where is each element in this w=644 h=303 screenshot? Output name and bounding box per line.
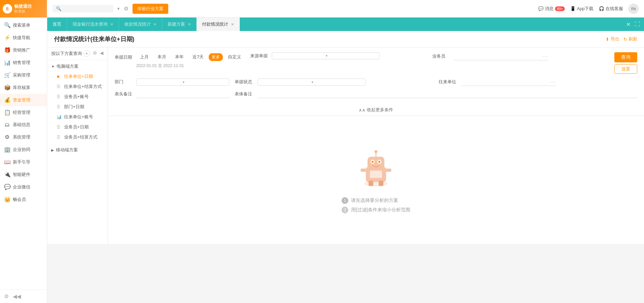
topbar-dropdown-icon[interactable]: ▾ (117, 6, 120, 11)
collapse-btn[interactable]: ∧∧ 收起更多条件 (359, 107, 393, 113)
source-select[interactable]: ▾ (272, 52, 380, 59)
sidebar-item-operations[interactable]: 📋 经营管理 (0, 106, 47, 119)
messages-btn[interactable]: 💬 消息 99+ (538, 6, 565, 12)
query-btn[interactable]: 查询 (614, 52, 637, 62)
scheme-item-unit-account[interactable]: 📊 往来单位+账号 (47, 112, 108, 122)
guide-icon: 📖 (4, 159, 10, 165)
scheme-unit-date-icon: ● (57, 73, 62, 80)
sidebar-item-quick-nav[interactable]: ⚡ 快捷导航 (0, 31, 47, 44)
scheme-item-unit-settlement[interactable]: ☰ 往来单位+结算方式 (47, 82, 108, 92)
date-label: 单据日期 (115, 52, 134, 60)
filter-actions: 查询 设置 (609, 52, 637, 74)
settings-btn[interactable]: 设置 (614, 64, 637, 74)
download-icon: 📱 (570, 6, 576, 11)
tabbar: 首页 现金银行流水查询 ✕ 收款情况统计 ✕ 新建方案 ✕ 付款情况统计 ✕ ✕… (47, 18, 644, 31)
sidebar-item-basic[interactable]: 🗂 基础信息 (0, 119, 47, 131)
tab-payment-stats-close[interactable]: ✕ (231, 22, 234, 27)
empty-illustration (354, 147, 398, 190)
tab-new-scheme-close[interactable]: ✕ (188, 22, 191, 27)
refresh-btn[interactable]: ↻ 刷新 (623, 36, 637, 42)
date-btn-last7days[interactable]: 近7天 (189, 52, 207, 62)
app-download-btn[interactable]: 📱 App下载 (570, 6, 593, 12)
scheme-desktop-arrow-icon: ▼ (51, 65, 55, 68)
collapse-bar[interactable]: ∧∧ 收起更多条件 (108, 104, 644, 116)
robot-svg (356, 148, 396, 189)
filter-trading-unit-group: 往来单位 ··· (439, 78, 637, 86)
sidebar-item-inventory[interactable]: 📦 库存核算 (0, 81, 47, 94)
scheme-item-salesman-settlement[interactable]: ☰ 业务员+结算方式 (47, 132, 108, 142)
tab-home[interactable]: 首页 (47, 18, 67, 31)
tab-close-all-icon[interactable]: ✕ (626, 21, 631, 28)
tab-payment-stats-label: 付款情况统计 (202, 21, 228, 27)
scheme-settings-icon[interactable]: ⚙ (93, 50, 97, 57)
head-note-field[interactable] (136, 91, 217, 96)
footer-settings-icon[interactable]: ⚙ (4, 293, 9, 300)
scheme-add-icon[interactable]: + (83, 50, 90, 57)
body-note-input[interactable] (258, 90, 637, 98)
topbar: 🔍 ▾ ⚙ 体验行业方案 💬 消息 99+ 📱 App下载 🎧 在线客服 Rit (47, 0, 644, 18)
export-btn[interactable]: ⬆ 导出 (606, 36, 619, 42)
topbar-gear-icon[interactable]: ⚙ (124, 5, 128, 12)
sidebar-item-capital[interactable]: 💰 资金管理 (0, 94, 47, 106)
sidebar-item-guide[interactable]: 📖 新手引导 (0, 156, 47, 168)
tab-bank-flow-close[interactable]: ✕ (110, 22, 113, 27)
operations-icon: 📋 (4, 109, 10, 116)
trading-unit-dots-icon[interactable]: ··· (550, 79, 556, 84)
scheme-item-dept-date[interactable]: ☰ 部门+日期 (47, 102, 108, 112)
sidebar-item-system[interactable]: ⚙ 系统管理 (0, 131, 47, 143)
sidebar-item-hardware[interactable]: 🔌 智能硬件 (0, 168, 47, 181)
footer-collapse-icon[interactable]: ◀◀ (13, 293, 21, 300)
sidebar-logo: 6 (3, 4, 12, 13)
filter-source-group: 来源单据 ▾ (250, 52, 427, 59)
salesman-dots-icon[interactable]: ··· (543, 54, 548, 59)
tab-collection-stats-close[interactable]: ✕ (153, 22, 156, 27)
date-btn-this-year[interactable]: 本年 (171, 52, 187, 62)
scheme-item-unit-date[interactable]: ● 往来单位+日期 (47, 71, 108, 82)
date-buttons-row: 上月 本月 本年 近7天 更多 自定义 (136, 52, 245, 62)
date-btn-last-month[interactable]: 上月 (136, 52, 152, 62)
salesman-input[interactable]: ··· (454, 52, 548, 60)
topbar-search-box[interactable]: 🔍 (53, 5, 113, 12)
scheme-item-salesman-account[interactable]: ☰ 业务员+账号 (47, 92, 108, 102)
date-btn-this-month[interactable]: 本月 (154, 52, 170, 62)
sidebar-item-sales[interactable]: 📊 销售管理 (0, 56, 47, 69)
date-btn-custom[interactable]: 自定义 (224, 52, 245, 62)
sidebar-item-enterprise[interactable]: 🏢 企业协同 (0, 143, 47, 156)
filter-wrapper: 单据日期 上月 本月 本年 近7天 更多 自定义 (108, 48, 644, 104)
svg-point-4 (372, 161, 374, 163)
sidebar-item-member[interactable]: 👑 畅会员 (0, 193, 47, 206)
scheme-item-salesman-date[interactable]: ☰ 业务员+日期 (47, 122, 108, 132)
head-note-input[interactable] (136, 90, 229, 98)
tab-collection-stats[interactable]: 收款情况统计 ✕ (119, 18, 162, 31)
industry-btn[interactable]: 体验行业方案 (133, 4, 168, 14)
refresh-icon: ↻ (623, 37, 627, 42)
filter-date-group: 单据日期 上月 本月 本年 近7天 更多 自定义 (115, 52, 245, 69)
svg-rect-2 (368, 157, 384, 170)
topbar-search-input[interactable] (63, 6, 104, 11)
dept-select[interactable]: ▾ (136, 79, 229, 86)
body-note-field[interactable] (258, 91, 359, 96)
tab-new-scheme[interactable]: 新建方案 ✕ (162, 18, 197, 31)
tab-expand-icon[interactable]: ⛶ (635, 21, 640, 27)
user-avatar[interactable]: Rit (628, 4, 639, 14)
filter-body-note-group: 表体备注 (235, 90, 637, 98)
sidebar-member-label: 畅会员 (13, 196, 26, 203)
filter-row-2: 部门 ▾ 单据状态 ▾ (115, 78, 637, 86)
sidebar: 6 畅捷通坊 标准版 🔍 搜索菜单 ⚡ 快捷导航 🎁 营销推广 📊 销售管理 🛒… (0, 0, 47, 303)
sidebar-item-purchase[interactable]: 🛒 采购管理 (0, 69, 47, 81)
topbar-actions: 💬 消息 99+ 📱 App下载 🎧 在线客服 Rit (538, 4, 639, 14)
scheme-salesman-settlement-label: 业务员+结算方式 (64, 134, 97, 140)
tab-payment-stats[interactable]: 付款情况统计 ✕ (197, 18, 240, 31)
sidebar-item-marketing[interactable]: 🎁 营销推广 (0, 44, 47, 56)
trading-unit-input[interactable]: ··· (462, 78, 556, 86)
tab-bank-flow[interactable]: 现金银行流水查询 ✕ (67, 18, 119, 31)
sidebar-item-search[interactable]: 🔍 搜索菜单 (0, 19, 47, 31)
date-btn-more[interactable]: 更多 (209, 53, 223, 61)
scheme-mobile-group-header[interactable]: ▶ 移动端方案 (47, 145, 108, 155)
sidebar-item-weichat[interactable]: 💬 企业微信 (0, 181, 47, 193)
sidebar-operations-label: 经营管理 (13, 110, 30, 116)
scheme-desktop-group-header[interactable]: ▼ 电脑端方案 (47, 61, 108, 71)
voucher-status-select[interactable]: ▾ (258, 79, 365, 86)
online-service-btn[interactable]: 🎧 在线客服 (599, 6, 623, 12)
scheme-collapse-icon[interactable]: ◀ (100, 50, 104, 57)
